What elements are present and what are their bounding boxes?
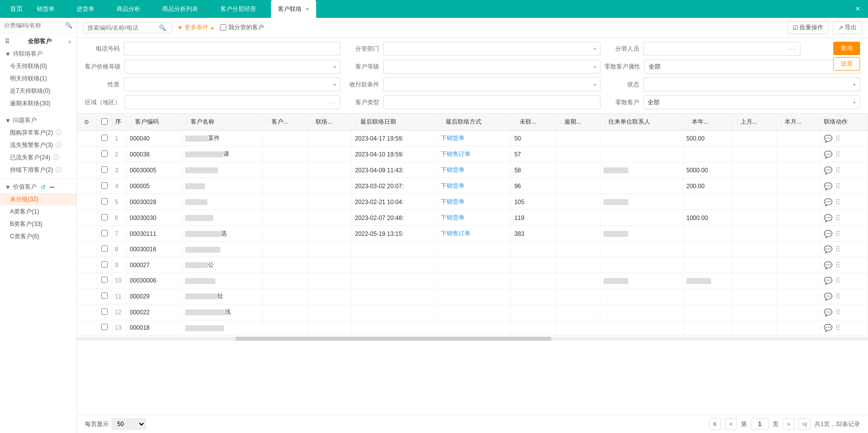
chat-icon[interactable]: 💬 — [824, 324, 832, 332]
retail-customer-select[interactable]: 全部 ▾ — [643, 95, 860, 109]
more-icon[interactable]: ⠿ — [835, 245, 840, 253]
reset-button[interactable]: 设置 — [833, 57, 860, 71]
nav-tab-sales[interactable]: 销货单 × — [30, 0, 68, 18]
nav-tab-analysis-list[interactable]: 商品分析列表 × — [155, 0, 212, 18]
my-customers-checkbox[interactable]: 我分管的客户 — [220, 23, 264, 32]
nav-tab-purchase[interactable]: 进货单 × — [69, 0, 108, 18]
row-checkbox[interactable] — [101, 261, 108, 268]
row-checkbox[interactable] — [101, 150, 108, 157]
close-all-button[interactable]: × — [852, 2, 864, 15]
nav-home[interactable]: 首页 — [4, 1, 29, 16]
row-checkbox[interactable] — [101, 182, 108, 189]
dept-select[interactable]: ▾ — [383, 42, 600, 56]
my-customers-check[interactable] — [220, 24, 226, 31]
more-icon[interactable]: ⠿ — [835, 324, 840, 332]
more-icon[interactable]: ⠿ — [835, 214, 840, 222]
table-settings-icon[interactable]: ⚙ — [84, 119, 89, 126]
sidebar-item-a-class[interactable]: A类客户(1) — [0, 206, 76, 218]
sidebar-item-tomorrow[interactable]: 明天待联络(1) — [0, 72, 76, 85]
row-checkbox[interactable] — [101, 277, 108, 283]
col-resize-contact[interactable]: : — [311, 118, 314, 125]
row-checkbox[interactable] — [101, 166, 108, 173]
chat-icon[interactable]: 💬 — [824, 135, 832, 143]
page-input[interactable] — [751, 418, 769, 430]
last-method-link[interactable]: 下销货单 — [441, 214, 465, 221]
more-icon[interactable]: ⠿ — [835, 150, 840, 158]
more-icon[interactable]: ⠿ — [835, 198, 840, 206]
more-icon[interactable]: ⠿ — [835, 182, 840, 190]
sidebar-group-pending[interactable]: ▼ 待联络客户 — [0, 48, 76, 60]
next-page-button[interactable]: > — [783, 418, 795, 430]
sidebar-item-abnormal[interactable]: 囤购异常客户(2) ⓘ — [0, 127, 76, 139]
last-method-link[interactable]: 下销货单 — [441, 182, 465, 189]
nature-select[interactable]: ▾ — [124, 77, 340, 91]
sidebar-item-declining[interactable]: 持续下滑客户(2) ⓘ — [0, 164, 76, 176]
horizontal-scrollbar[interactable] — [77, 337, 868, 341]
chat-icon[interactable]: 💬 — [824, 245, 832, 253]
row-checkbox[interactable] — [101, 245, 108, 252]
sidebar-collapse-button[interactable]: « — [68, 38, 71, 45]
row-checkbox[interactable] — [101, 230, 108, 236]
phone-input[interactable] — [124, 42, 340, 56]
more-icon[interactable]: ⠿ — [835, 261, 840, 269]
col-resize-lastmethod[interactable]: : — [441, 118, 444, 125]
last-method-link[interactable]: 下销售订单 — [441, 150, 470, 157]
chat-icon[interactable]: 💬 — [824, 230, 832, 238]
row-checkbox[interactable] — [101, 135, 108, 141]
region-input[interactable]: ··· — [125, 95, 340, 109]
sidebar-search-icon[interactable]: 🔍 — [65, 22, 72, 29]
chat-icon[interactable]: 💬 — [824, 308, 832, 316]
nav-tab-customer-contact[interactable]: 客户联络 × — [271, 0, 316, 18]
close-customer-tier-tab[interactable]: × — [260, 6, 263, 12]
more-icon[interactable]: ⠿ — [835, 135, 840, 143]
chat-icon[interactable]: 💬 — [824, 214, 832, 222]
col-resize-thisyear[interactable]: : — [686, 118, 690, 125]
last-page-button[interactable]: >| — [799, 418, 810, 430]
sidebar-item-warning[interactable]: 流失预警客户(3) ⓘ — [0, 139, 76, 151]
all-customers-header[interactable]: ⠿ 全部客户 « — [0, 33, 76, 48]
sidebar-group-problem[interactable]: ▼ 问题客户 — [0, 114, 76, 127]
search-icon[interactable]: 🔍 — [159, 24, 166, 31]
row-checkbox[interactable] — [101, 214, 108, 220]
chat-icon[interactable]: 💬 — [824, 166, 832, 174]
close-customer-contact-tab[interactable]: × — [306, 6, 309, 12]
sidebar-item-today[interactable]: 今天待联络(0) — [0, 60, 76, 72]
chat-icon[interactable]: 💬 — [824, 261, 832, 269]
more-icon[interactable]: ⠿ — [835, 308, 840, 316]
last-method-link[interactable]: 下销货单 — [441, 166, 465, 173]
chat-icon[interactable]: 💬 — [824, 182, 832, 190]
chat-icon[interactable]: 💬 — [824, 277, 832, 285]
col-resize-overdue[interactable]: : — [559, 118, 562, 125]
row-checkbox[interactable] — [101, 308, 108, 315]
more-conditions-button[interactable]: ▼ 更多条件 ▲ — [177, 23, 215, 32]
nav-tab-customer-tier[interactable]: 客户分层经营 × — [213, 0, 270, 18]
more-icon[interactable]: ⠿ — [835, 230, 840, 238]
sidebar-item-7days[interactable]: 近7天待联络(0) — [0, 85, 76, 97]
chat-icon[interactable]: 💬 — [824, 292, 832, 300]
last-method-link[interactable]: 下销售订单 — [441, 230, 470, 237]
first-page-button[interactable]: K — [709, 418, 721, 430]
sidebar-item-overdue[interactable]: 逾期未联络(30) — [0, 97, 76, 110]
status-select[interactable]: ▾ — [643, 77, 860, 91]
more-icon[interactable]: ⠿ — [835, 292, 840, 300]
col-resize-thismonth[interactable]: : — [780, 118, 783, 125]
customer-type-input[interactable] — [383, 95, 600, 109]
close-sales-tab[interactable]: × — [59, 6, 62, 12]
col-resize-code[interactable]: : — [130, 118, 134, 125]
more-icon[interactable]: ⠿ — [835, 277, 840, 285]
row-checkbox[interactable] — [101, 292, 108, 299]
nav-tab-analysis[interactable]: 商品分析 × — [110, 0, 154, 18]
retail-attr-select[interactable]: 全部 ▾ — [644, 60, 860, 73]
refresh-icon[interactable]: ↺ — [41, 184, 46, 191]
batch-ops-button[interactable]: ☑ 批量操作 — [787, 21, 829, 34]
sidebar-search-input[interactable] — [4, 22, 63, 29]
price-level-select[interactable]: ▾ — [125, 60, 340, 73]
export-button[interactable]: ↗ 导出 — [833, 21, 862, 34]
row-checkbox[interactable] — [101, 198, 108, 205]
sidebar-group-value[interactable]: ▼ 价值客户 ↺ — [0, 181, 76, 193]
row-checkbox[interactable] — [101, 324, 108, 330]
sidebar-item-c-class[interactable]: C类客户(6) — [0, 230, 76, 243]
close-analysis-tab[interactable]: × — [144, 6, 147, 12]
col-resize-notcontact[interactable]: : — [514, 118, 518, 125]
col-resize-contactperson[interactable]: : — [603, 118, 607, 125]
